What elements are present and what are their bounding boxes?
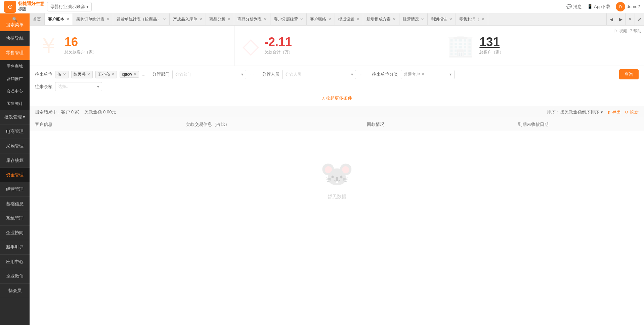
help-btn[interactable]: ? 帮助 (630, 28, 641, 34)
stat-debt-amount: ◇ -2.11 欠款合计（万） (234, 26, 439, 66)
sidebar-item-ecommerce[interactable]: 电商管理 (0, 124, 30, 139)
tab-commission-setting[interactable]: 提成设置 ✕ (335, 13, 363, 26)
tab-product-analysis[interactable]: 商品分析 ✕ (206, 13, 234, 26)
filter-more-btn[interactable]: ... (142, 72, 145, 77)
results-actions: 排序：按欠款金额倒序排序 ▾ ⬆ 导出 ↺ 刷新 (547, 109, 639, 115)
person-chevron-icon: ▾ (351, 72, 353, 77)
sidebar-item-quick-nav[interactable]: 快捷导航 (0, 31, 30, 46)
tab-purchase-order-stats[interactable]: 采购订单统计表 ✕ (73, 13, 113, 26)
tab-close-icon[interactable]: ✕ (227, 17, 230, 22)
tab-close-icon[interactable]: ✕ (393, 17, 396, 22)
tab-prev-btn[interactable]: ◀ (606, 13, 616, 26)
dept-filter-select[interactable]: 分管部门 ▾ (172, 70, 246, 79)
tab-add-commission[interactable]: 新增提成方案 ✕ (363, 13, 399, 26)
download-icon: 📱 (587, 4, 593, 9)
tag-close-wang[interactable]: ✕ (111, 72, 115, 77)
empty-text: 暂无数据 (328, 194, 346, 200)
sidebar-item-inventory[interactable]: 库存核算 (0, 153, 30, 168)
logo-area: ⊙ 畅捷通好生意 标版 (4, 1, 44, 13)
unit-filter-label: 往来单位 (35, 71, 52, 77)
tag-close-wu[interactable]: ✕ (63, 72, 66, 77)
collapse-icon: ∧ (322, 96, 325, 101)
tab-close-icon[interactable]: ✕ (163, 17, 166, 22)
tab-home[interactable]: 首页 (30, 13, 45, 26)
tab-close-icon[interactable]: ✕ (449, 17, 452, 22)
sidebar-item-retail-mgmt[interactable]: 零售管理 (0, 46, 30, 60)
sidebar-item-enterprise-wechat[interactable]: 企业微信 (0, 269, 30, 284)
tag-close-chen[interactable]: ✕ (87, 72, 90, 77)
filter-row-1: 往来单位 伍 ✕ 陈民强 ✕ 王小亮 ✕ cjttcw (35, 69, 639, 79)
tab-close-all-btn[interactable]: ✕ (625, 13, 635, 26)
tab-product-analysis-list[interactable]: 商品分析列表 ✕ (234, 13, 270, 26)
sidebar-item-wholesale-mgmt[interactable]: 批发管理 ▾ (0, 110, 30, 124)
tab-bar: 首页 客户账本 ✕ 采购订单统计表 ✕ 进货单统计表（按商品） ✕ 产成品入库单… (30, 13, 644, 26)
export-btn[interactable]: ⬆ 导出 (607, 109, 621, 115)
sidebar-item-enterprise-collab[interactable]: 企业协同 (0, 226, 30, 240)
sidebar-item-retail-stats[interactable]: 零售统计 (0, 98, 30, 110)
tab-customer-layer[interactable]: 客户分层经营 ✕ (270, 13, 307, 26)
tab-close-icon[interactable]: ✕ (481, 17, 484, 22)
stat-building-icon: 🏢 (447, 33, 474, 58)
sidebar-item-member-center[interactable]: 会员中心 (0, 85, 30, 98)
tab-close-icon[interactable]: ✕ (264, 17, 267, 22)
tab-close-icon[interactable]: ✕ (199, 17, 202, 22)
sort-selector[interactable]: 排序：按欠款金额倒序排序 ▾ (547, 109, 603, 115)
unit-class-select[interactable]: 普通客户 ✕ ▾ (401, 70, 455, 79)
sidebar-item-retail-store[interactable]: 零售商城 (0, 60, 30, 73)
tab-close-icon[interactable]: ✕ (106, 17, 110, 22)
unit-class-close[interactable]: ✕ (421, 72, 425, 77)
search-icon: 🔍 (0, 17, 30, 22)
stat-value-total: 131 (479, 36, 504, 48)
collapse-filters-btn[interactable]: ∧ 收起更多条件 (35, 94, 639, 103)
sidebar-item-search[interactable]: 🔍 搜索菜单 (0, 13, 30, 31)
tab-close-icon[interactable]: ✕ (300, 17, 303, 22)
sort-chevron-icon: ▾ (601, 110, 603, 115)
filter-section: 往来单位 伍 ✕ 陈民强 ✕ 王小亮 ✕ cjttcw (30, 66, 644, 106)
filter-tag-wang: 王小亮 ✕ (95, 71, 117, 78)
tab-next-btn[interactable]: ▶ (616, 13, 625, 26)
app-download-btn[interactable]: 📱 App下载 (587, 4, 610, 10)
tab-close-icon[interactable]: ✕ (328, 17, 331, 22)
refresh-btn[interactable]: ↺ 刷新 (625, 109, 639, 115)
filter-actions: 查询 (619, 69, 639, 79)
sidebar-item-purchase-mgmt[interactable]: 采购管理 (0, 139, 30, 153)
sidebar: 🔍 搜索菜单 快捷导航 零售管理 零售商城 营销推广 会员中心 零售统计 批发管… (0, 13, 30, 325)
tab-close-icon[interactable]: ✕ (356, 17, 359, 22)
balance-filter-select[interactable]: 选择... ▾ (55, 82, 102, 91)
stat-value-debt: -2.11 (264, 36, 293, 48)
tag-close-cjttcw[interactable]: ✕ (133, 72, 137, 77)
video-btn[interactable]: ▷ 视频 (614, 28, 627, 34)
workspace-selector[interactable]: 母婴行业演示账套 ▾ (47, 2, 92, 11)
message-btn[interactable]: 💬 消息 (566, 4, 582, 10)
tab-inbound-stats[interactable]: 进货单统计表（按商品） ✕ (113, 13, 170, 26)
results-bar: 搜索结果中，客户 0 家 欠款金额 0.00元 排序：按欠款金额倒序排序 ▾ (30, 106, 644, 118)
sidebar-item-finance[interactable]: 资金管理 (0, 168, 30, 182)
person-filter-select[interactable]: 分管人员 ▾ (282, 70, 356, 79)
sidebar-item-marketing[interactable]: 营销推广 (0, 73, 30, 85)
tab-customer-ledger[interactable]: 客户账本 ✕ (45, 13, 73, 26)
stat-yuan-icon: ￥ (38, 31, 59, 60)
balance-chevron-icon: ▾ (97, 84, 99, 89)
tab-profit-report[interactable]: 利润报告 ✕ (428, 13, 456, 26)
message-icon: 💬 (566, 4, 572, 9)
user-menu[interactable]: D demo2 (616, 2, 640, 11)
query-button[interactable]: 查询 (619, 69, 639, 79)
tab-retail-profit[interactable]: 零售利润（ ✕ (456, 13, 488, 26)
table-header: 客户信息 欠款交易信息（占比） 回款情况 到期未收款日期 (30, 118, 644, 131)
unit-class-label: 往来单位分类 (372, 71, 398, 77)
unit-class-chevron-icon: ▾ (449, 72, 452, 77)
tab-close-icon[interactable]: ✕ (421, 17, 424, 22)
balance-filter-label: 往来余额 (35, 84, 52, 90)
tab-expand-btn[interactable]: ⤢ (635, 13, 644, 26)
tab-business-status[interactable]: 经营情况 ✕ (399, 13, 428, 26)
sidebar-item-operation[interactable]: 经营管理 (0, 182, 30, 197)
sidebar-item-basic-info[interactable]: 基础信息 (0, 197, 30, 211)
tab-customer-contact[interactable]: 客户联络 ✕ (307, 13, 335, 26)
stat-total-customers: 🏢 131 总客户（家） (439, 26, 644, 66)
sidebar-item-new-guide[interactable]: 新手引导 (0, 240, 30, 255)
sidebar-item-member[interactable]: 畅会员 (0, 284, 30, 298)
sidebar-item-app-center[interactable]: 应用中心 (0, 255, 30, 269)
tab-close-icon[interactable]: ✕ (66, 17, 69, 22)
sidebar-item-system[interactable]: 系统管理 (0, 211, 30, 226)
tab-product-inbound[interactable]: 产成品入库单 ✕ (170, 13, 206, 26)
